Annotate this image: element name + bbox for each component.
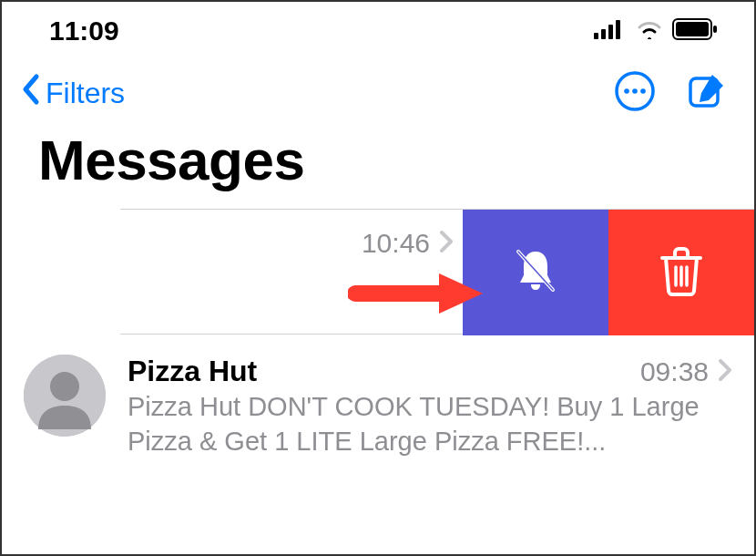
- svg-rect-0: [594, 33, 598, 39]
- svg-rect-3: [616, 20, 620, 39]
- bell-slash-icon: [509, 244, 562, 301]
- svg-rect-6: [713, 26, 717, 33]
- svg-point-20: [50, 372, 79, 401]
- svg-point-8: [624, 88, 629, 94]
- delete-button[interactable]: [608, 210, 754, 335]
- compose-button[interactable]: [687, 71, 727, 115]
- nav-bar: Filters: [2, 58, 754, 128]
- cellular-icon: [594, 19, 627, 43]
- battery-icon: [672, 18, 718, 44]
- arrow-annotation: [348, 266, 485, 324]
- chevron-right-icon: [718, 358, 732, 386]
- svg-point-10: [640, 88, 646, 94]
- status-icons: [594, 18, 718, 44]
- status-bar: 11:09: [2, 2, 754, 58]
- mute-button[interactable]: [463, 210, 608, 335]
- svg-rect-5: [676, 22, 709, 36]
- avatar: [24, 355, 106, 437]
- svg-marker-18: [439, 273, 483, 314]
- chevron-right-icon: [439, 230, 454, 257]
- message-sender: Senevirathne: [0, 226, 1, 260]
- trash-icon: [659, 245, 704, 300]
- back-label: Filters: [46, 77, 125, 110]
- more-button[interactable]: [614, 70, 656, 116]
- message-time: 10:46: [362, 228, 430, 259]
- status-time: 11:09: [49, 15, 119, 46]
- svg-point-9: [632, 88, 638, 94]
- svg-rect-1: [601, 29, 606, 39]
- page-title: Messages: [2, 128, 754, 209]
- message-sender: Pizza Hut: [128, 355, 257, 388]
- svg-rect-2: [608, 25, 613, 39]
- wifi-icon: [636, 19, 663, 43]
- back-button[interactable]: Filters: [20, 73, 125, 113]
- chevron-left-icon: [20, 73, 42, 113]
- message-time: 09:38: [640, 356, 709, 387]
- message-row[interactable]: Pizza Hut 09:38 Pizza Hut DON'T COOK TUE…: [2, 335, 754, 480]
- message-preview: Pizza Hut DON'T COOK TUESDAY! Buy 1 Larg…: [128, 390, 732, 458]
